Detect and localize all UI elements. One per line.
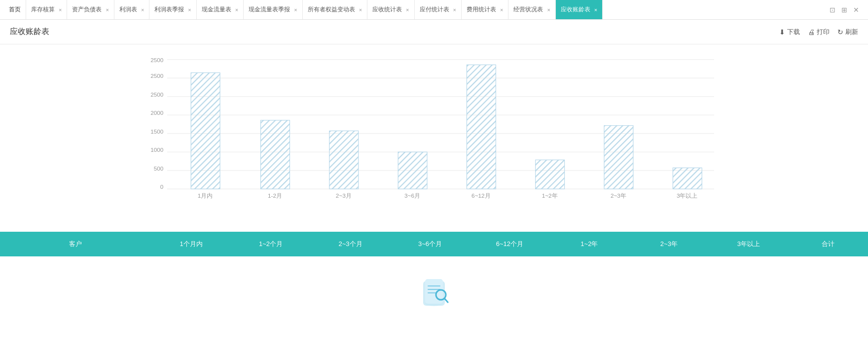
tab-receivable-stats[interactable]: 应收统计表 ×: [367, 0, 414, 20]
tab-inventory-close[interactable]: ×: [59, 7, 62, 13]
tab-operations-label: 经营状况表: [513, 5, 543, 14]
th-3plus-year: 3年以上: [709, 240, 788, 248]
th-2-3month: 2~3个月: [311, 240, 390, 248]
tab-equity-label: 所有者权益变动表: [308, 5, 355, 14]
empty-state: [0, 256, 868, 330]
tab-operations[interactable]: 经营状况表 ×: [508, 0, 555, 20]
y-label-0: 0: [160, 183, 164, 190]
print-label: 打印: [817, 28, 830, 36]
tab-equity[interactable]: 所有者权益变动表 ×: [303, 0, 367, 20]
refresh-icon: ↻: [837, 28, 843, 36]
tab-cashflow-quarter-label: 现金流量表季报: [249, 5, 290, 14]
tab-cashflow-close[interactable]: ×: [235, 7, 238, 13]
x-label-6-12month: 6~12月: [471, 192, 491, 199]
bar-3plus-year: [673, 168, 702, 189]
th-total: 合计: [789, 240, 868, 248]
tab-balance[interactable]: 资产负债表 ×: [67, 0, 114, 20]
tab-expense-stats[interactable]: 费用统计表 ×: [462, 0, 508, 20]
tab-profit-quarter-close[interactable]: ×: [188, 7, 191, 13]
tab-cashflow-quarter[interactable]: 现金流量表季报 ×: [244, 0, 302, 20]
tab-profit-quarter[interactable]: 利润表季报 ×: [149, 0, 196, 20]
y-label-1000: 1000: [150, 146, 164, 153]
tab-inventory[interactable]: 库存核算 ×: [26, 0, 67, 20]
bar-2-3month: [329, 131, 359, 189]
tab-receivable-stats-label: 应收统计表: [372, 5, 402, 14]
tab-payable-stats-label: 应付统计表: [420, 5, 449, 14]
th-1-2month: 1~2个月: [231, 240, 310, 248]
tab-expense-stats-label: 费用统计表: [467, 5, 496, 14]
close-button[interactable]: ✕: [852, 6, 860, 14]
tab-aging-close[interactable]: ×: [594, 7, 597, 13]
tab-profit-close[interactable]: ×: [141, 7, 144, 13]
tab-operations-close[interactable]: ×: [547, 7, 550, 13]
maximize-button[interactable]: ⊞: [840, 6, 848, 14]
nav-tabs-bar: 首页 库存核算 × 资产负债表 × 利润表 × 利润表季报 × 现金流量表 × …: [0, 0, 868, 20]
header-actions: ⬇ 下载 🖨 打印 ↻ 刷新: [779, 28, 858, 36]
x-label-2-3month: 2~3月: [336, 192, 352, 199]
x-label-3-6month: 3~6月: [404, 192, 420, 199]
x-label-1-2year: 1~2年: [542, 192, 558, 199]
tab-profit-quarter-label: 利润表季报: [154, 5, 184, 14]
th-customer: 客户: [0, 240, 151, 248]
minimize-button[interactable]: ⊡: [829, 6, 836, 14]
tab-aging-label: 应收账龄表: [561, 5, 590, 14]
y-label-2500c: 2500: [150, 57, 164, 63]
tab-balance-close[interactable]: ×: [106, 7, 108, 13]
download-button[interactable]: ⬇ 下载: [779, 28, 800, 36]
tab-inventory-label: 库存核算: [31, 5, 55, 14]
tab-profit-label: 利润表: [119, 5, 137, 14]
x-label-3plus-year: 3年以上: [677, 192, 698, 199]
bar-3-6month: [398, 152, 427, 189]
tab-cashflow[interactable]: 现金流量表 ×: [197, 0, 244, 20]
empty-icon: [414, 271, 454, 311]
bar-1-2year: [536, 160, 565, 189]
y-label-2500a: 2500: [150, 91, 164, 98]
aging-chart: 0 500 1000 1500 2000 2500 2500 2500: [20, 54, 848, 202]
tab-expense-stats-close[interactable]: ×: [500, 7, 503, 13]
tab-profit[interactable]: 利润表 ×: [114, 0, 149, 20]
tab-home-label: 首页: [9, 5, 21, 14]
th-1-2year: 1~2年: [549, 240, 629, 248]
bar-2-3year: [604, 126, 633, 189]
tab-aging[interactable]: 应收账龄表 ×: [556, 0, 603, 20]
download-icon: ⬇: [779, 28, 785, 36]
tab-receivable-stats-close[interactable]: ×: [406, 7, 409, 13]
y-label-2500b: 2500: [150, 72, 164, 79]
x-label-2-3year: 2~3年: [611, 192, 626, 199]
page-title: 应收账龄表: [10, 27, 49, 37]
tab-equity-close[interactable]: ×: [359, 7, 362, 13]
tab-payable-stats[interactable]: 应付统计表 ×: [415, 0, 462, 20]
window-controls: ⊡ ⊞ ✕: [829, 6, 864, 14]
bar-6-12month: [467, 65, 496, 189]
tab-payable-stats-close[interactable]: ×: [453, 7, 456, 13]
y-label-500: 500: [154, 165, 164, 172]
print-button[interactable]: 🖨 打印: [808, 28, 830, 36]
th-3-6month: 3~6个月: [390, 240, 470, 248]
refresh-label: 刷新: [845, 28, 858, 36]
x-label-1month: 1月内: [198, 192, 213, 199]
download-label: 下载: [787, 28, 800, 36]
x-label-1-2month: 1-2月: [268, 192, 282, 199]
refresh-button[interactable]: ↻ 刷新: [837, 28, 858, 36]
print-icon: 🖨: [808, 28, 815, 36]
table-header: 客户 1个月内 1~2个月 2~3个月 3~6个月 6~12个月 1~2年 2~…: [0, 232, 868, 256]
bar-1-2month: [261, 120, 290, 189]
main-content: 0 500 1000 1500 2000 2500 2500 2500: [0, 44, 868, 355]
th-6-12month: 6~12个月: [470, 240, 549, 248]
y-label-1500: 1500: [150, 128, 164, 135]
chart-area: 0 500 1000 1500 2000 2500 2500 2500: [0, 44, 868, 232]
tab-cashflow-label: 现金流量表: [202, 5, 231, 14]
y-label-2000: 2000: [150, 109, 164, 116]
tab-balance-label: 资产负债表: [72, 5, 102, 14]
tab-cashflow-quarter-close[interactable]: ×: [294, 7, 297, 13]
page-header: 应收账龄表 ⬇ 下载 🖨 打印 ↻ 刷新: [0, 20, 868, 44]
bar-1month: [191, 73, 220, 189]
th-2-3year: 2~3年: [629, 240, 709, 248]
th-1month: 1个月内: [151, 240, 231, 248]
tab-home[interactable]: 首页: [4, 0, 26, 20]
svg-line-16: [444, 298, 448, 302]
